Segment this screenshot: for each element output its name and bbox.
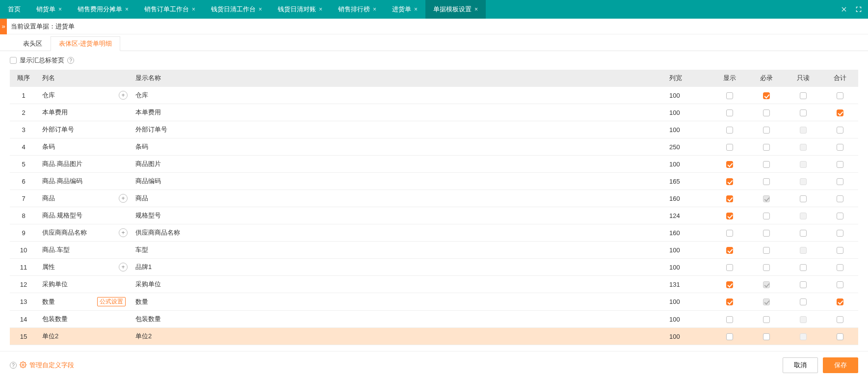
cell-display[interactable]: 规格型号 <box>131 207 664 224</box>
area-tab[interactable]: 表头区 <box>15 36 51 51</box>
chk-show[interactable] <box>726 230 733 237</box>
sidebar-toggle-icon[interactable]: » <box>0 19 7 34</box>
cell-width[interactable]: 131 <box>664 276 711 293</box>
table-row[interactable]: 13数量公式设置数量100 <box>10 293 858 311</box>
close-icon[interactable]: × <box>125 6 129 13</box>
table-row[interactable]: 3外部订单号外部订单号100 <box>10 121 858 138</box>
chk-required[interactable] <box>763 264 770 271</box>
cell-width[interactable]: 160 <box>664 224 711 242</box>
chk-readonly[interactable] <box>800 195 807 202</box>
cell-display[interactable]: 商品图片 <box>131 156 664 173</box>
chk-show[interactable] <box>726 247 733 254</box>
top-tab[interactable]: 单据模板设置× <box>425 0 486 19</box>
chk-show[interactable] <box>726 281 733 288</box>
table-row[interactable]: 8商品.规格型号规格型号124 <box>10 207 858 224</box>
cell-display[interactable]: 商品 <box>131 190 664 207</box>
chk-required[interactable] <box>763 230 770 237</box>
chk-total[interactable] <box>837 316 843 323</box>
chk-total[interactable] <box>837 178 843 185</box>
chk-total[interactable] <box>837 264 843 271</box>
cell-display[interactable]: 包装数量 <box>131 311 664 328</box>
close-all-icon[interactable] <box>840 5 848 14</box>
cell-display[interactable]: 商品编码 <box>131 173 664 190</box>
cell-width[interactable]: 124 <box>664 207 711 224</box>
cell-display[interactable]: 本单费用 <box>131 104 664 121</box>
chk-show[interactable] <box>726 161 733 168</box>
cancel-button[interactable]: 取消 <box>783 357 818 373</box>
chk-total[interactable] <box>837 213 843 219</box>
chk-required[interactable] <box>763 316 770 323</box>
chk-show[interactable] <box>726 92 733 99</box>
close-icon[interactable]: × <box>474 6 478 13</box>
cell-width[interactable]: 100 <box>664 156 711 173</box>
cell-width[interactable]: 100 <box>664 242 711 259</box>
table-row[interactable]: 11属性+品牌1100 <box>10 259 858 276</box>
cell-width[interactable]: 100 <box>664 328 711 345</box>
summary-checkbox[interactable] <box>10 57 17 64</box>
top-tab[interactable]: 钱货日清对账× <box>270 0 330 19</box>
close-icon[interactable]: × <box>192 6 195 13</box>
chk-required[interactable] <box>763 247 770 254</box>
chk-total[interactable] <box>837 144 843 151</box>
cell-display[interactable]: 外部订单号 <box>131 121 664 138</box>
cell-width[interactable]: 100 <box>664 293 711 311</box>
cell-display[interactable]: 采购单位 <box>131 276 664 293</box>
table-row[interactable]: 14包装数量包装数量100 <box>10 311 858 328</box>
chk-required[interactable] <box>763 92 770 99</box>
close-icon[interactable]: × <box>414 6 418 13</box>
chk-required[interactable] <box>763 144 770 151</box>
chk-total[interactable] <box>837 298 843 305</box>
table-row[interactable]: 15单位2单位2100 <box>10 328 858 345</box>
top-tab[interactable]: 销售排行榜× <box>330 0 384 19</box>
table-row[interactable]: 12采购单位采购单位131 <box>10 276 858 293</box>
table-row[interactable]: 10商品.车型车型100 <box>10 242 858 259</box>
area-tab[interactable]: 表体区-进货单明细 <box>51 36 120 51</box>
chk-show[interactable] <box>726 264 733 271</box>
top-tab[interactable]: 首页 <box>0 0 28 19</box>
chk-readonly[interactable] <box>800 298 807 305</box>
manage-custom-fields-link[interactable]: 管理自定义字段 <box>29 361 74 370</box>
chk-required[interactable] <box>763 178 770 185</box>
formula-badge[interactable]: 公式设置 <box>97 297 126 306</box>
close-icon[interactable]: × <box>319 6 322 13</box>
help-icon[interactable]: ? <box>10 362 17 369</box>
chk-readonly[interactable] <box>800 264 807 271</box>
close-icon[interactable]: × <box>58 6 62 13</box>
grid-scroll[interactable]: 顺序 列名 显示名称 列宽 显示 必录 只读 合计 1仓库+仓库1002本单费用… <box>10 70 858 351</box>
cell-width[interactable]: 100 <box>664 311 711 328</box>
chk-total[interactable] <box>837 247 843 254</box>
chk-show[interactable] <box>726 333 733 340</box>
cell-width[interactable]: 100 <box>664 121 711 138</box>
chk-show[interactable] <box>726 298 733 305</box>
close-icon[interactable]: × <box>373 6 376 13</box>
chk-required[interactable] <box>763 333 770 340</box>
close-icon[interactable]: × <box>259 6 262 13</box>
top-tab[interactable]: 销售订单工作台× <box>136 0 203 19</box>
cell-display[interactable]: 单位2 <box>131 328 664 345</box>
chk-total[interactable] <box>837 127 843 134</box>
chk-readonly[interactable] <box>800 92 807 99</box>
table-row[interactable]: 9供应商商品名称+供应商商品名称160 <box>10 224 858 242</box>
chk-total[interactable] <box>837 333 843 340</box>
plus-icon[interactable]: + <box>119 228 128 237</box>
cell-display[interactable]: 仓库 <box>131 87 664 104</box>
chk-total[interactable] <box>837 195 843 202</box>
chk-required[interactable] <box>763 127 770 134</box>
table-row[interactable]: 5商品.商品图片商品图片100 <box>10 156 858 173</box>
plus-icon[interactable]: + <box>119 91 128 100</box>
cell-display[interactable]: 条码 <box>131 138 664 156</box>
top-tab[interactable]: 进货单× <box>384 0 425 19</box>
chk-show[interactable] <box>726 109 733 116</box>
help-icon[interactable]: ? <box>67 57 74 64</box>
top-tab[interactable]: 销货单× <box>28 0 70 19</box>
chk-show[interactable] <box>726 127 733 134</box>
cell-display[interactable]: 数量 <box>131 293 664 311</box>
chk-total[interactable] <box>837 230 843 237</box>
chk-show[interactable] <box>726 213 733 219</box>
top-tab[interactable]: 销售费用分摊单× <box>70 0 136 19</box>
cell-width[interactable]: 160 <box>664 190 711 207</box>
cell-width[interactable]: 100 <box>664 259 711 276</box>
table-row[interactable]: 2本单费用本单费用100 <box>10 104 858 121</box>
cell-width[interactable]: 100 <box>664 104 711 121</box>
cell-display[interactable]: 供应商商品名称 <box>131 224 664 242</box>
